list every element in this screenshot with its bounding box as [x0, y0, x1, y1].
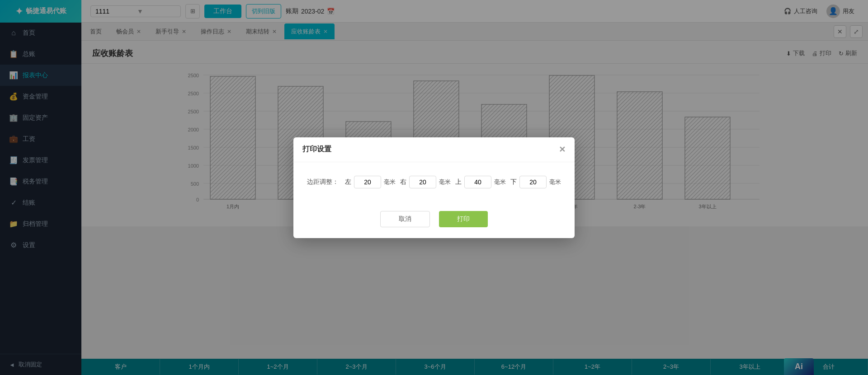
top-margin-input[interactable] — [464, 176, 491, 188]
right-margin-unit: 毫米 — [439, 178, 451, 186]
left-direction-label: 左 — [345, 178, 351, 186]
print-confirm-button[interactable]: 打印 — [439, 211, 488, 227]
right-direction-label: 右 — [400, 178, 406, 186]
print-settings-dialog: 打印设置 ✕ 边距调整： 左 毫米 右 毫米 上 毫米 — [293, 137, 575, 238]
dialog-title: 打印设置 — [302, 145, 331, 154]
margin-row: 边距调整： 左 毫米 右 毫米 上 毫米 下 — [307, 176, 561, 188]
bottom-margin-unit: 毫米 — [549, 178, 561, 186]
top-direction-label: 上 — [455, 178, 462, 186]
dialog-body: 边距调整： 左 毫米 右 毫米 上 毫米 下 — [293, 162, 575, 206]
dialog-header: 打印设置 ✕ — [293, 137, 575, 162]
left-margin-group: 左 毫米 — [345, 176, 396, 188]
dialog-footer: 取消 打印 — [293, 206, 575, 238]
cancel-button[interactable]: 取消 — [380, 211, 430, 227]
bottom-direction-label: 下 — [510, 178, 517, 186]
margin-label: 边距调整： — [307, 178, 339, 186]
bottom-margin-input[interactable] — [519, 176, 547, 188]
right-margin-input[interactable] — [409, 176, 436, 188]
bottom-margin-group: 下 毫米 — [510, 176, 561, 188]
left-margin-unit: 毫米 — [384, 178, 396, 186]
left-margin-input[interactable] — [354, 176, 381, 188]
top-margin-group: 上 毫米 — [455, 176, 506, 188]
right-margin-group: 右 毫米 — [400, 176, 451, 188]
top-margin-unit: 毫米 — [494, 178, 506, 186]
dialog-overlay[interactable]: 打印设置 ✕ 边距调整： 左 毫米 右 毫米 上 毫米 — [0, 0, 868, 375]
dialog-close-button[interactable]: ✕ — [559, 145, 566, 155]
